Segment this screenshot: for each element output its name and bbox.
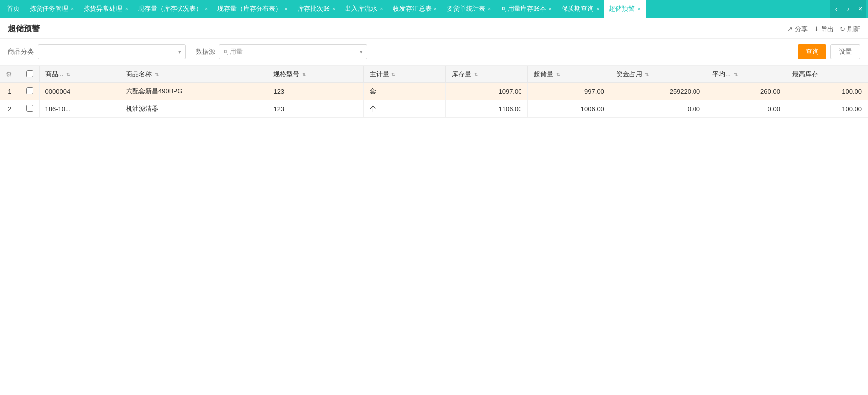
sort-icon: ⇅ [645, 72, 649, 77]
th-product-code[interactable]: 商品... ⇅ [39, 66, 120, 83]
td-max-stock: 100.00 [786, 83, 868, 100]
nav-arrow-left[interactable]: ‹ [830, 0, 842, 18]
row-checkbox[interactable] [26, 105, 33, 112]
nav-tab-picking-exception[interactable]: 拣货异常处理 × [79, 0, 132, 18]
share-icon: ↗ [787, 25, 793, 33]
close-icon[interactable]: × [434, 6, 437, 12]
datasource-select[interactable]: 可用量 ▾ [219, 44, 367, 59]
table-container: ⚙ 商品... ⇅ 商品名称 ⇅ 规格型号 ⇅ [0, 66, 868, 118]
close-icon[interactable]: × [637, 6, 640, 12]
page-content: 超储预警 ↗ 分享 ⤓ 导出 ↻ 刷新 商品分类 ▾ 数据源 [0, 18, 868, 395]
td-avg: 0.00 [706, 100, 786, 118]
settings-button[interactable]: 设置 [830, 44, 860, 59]
sort-icon: ⇅ [734, 72, 738, 77]
th-check [20, 66, 39, 83]
nav-tab-batch-account[interactable]: 库存批次账 × [293, 0, 340, 18]
refresh-icon: ↻ [840, 25, 845, 33]
export-icon: ⤓ [814, 25, 819, 33]
sort-icon: ⇅ [66, 72, 70, 77]
category-filter-group: 商品分类 ▾ [8, 44, 186, 59]
filter-bar: 商品分类 ▾ 数据源 可用量 ▾ 查询 设置 [0, 39, 868, 66]
category-label: 商品分类 [8, 47, 34, 56]
td-spec: 123 [267, 100, 363, 118]
th-avg[interactable]: 平均... ⇅ [706, 66, 786, 83]
close-icon[interactable]: × [125, 6, 128, 12]
header-actions: ↗ 分享 ⤓ 导出 ↻ 刷新 [787, 25, 860, 34]
nav-tab-collect-summary[interactable]: 收发存汇总表 × [388, 0, 442, 18]
td-over-stock: 1006.00 [528, 100, 610, 118]
td-stock: 1106.00 [446, 100, 528, 118]
sort-icon: ⇅ [155, 72, 159, 77]
chevron-down-icon: ▾ [360, 49, 363, 55]
nav-tab-order-stats[interactable]: 要货单统计表 × [442, 0, 496, 18]
td-product-code: 186-10... [39, 100, 120, 118]
datasource-select-text: 可用量 [223, 47, 243, 56]
settings-icon[interactable]: ⚙ [6, 70, 12, 78]
th-settings: ⚙ [0, 66, 20, 83]
td-row-num: 1 [0, 83, 20, 100]
sort-icon: ⇅ [391, 72, 395, 77]
export-button[interactable]: ⤓ 导出 [814, 25, 834, 34]
td-product-code: 0000004 [39, 83, 120, 100]
close-icon[interactable]: × [71, 6, 74, 12]
nav-tab-overstock-warning[interactable]: 超储预警 × [604, 0, 645, 18]
td-unit: 个 [363, 100, 445, 118]
share-button[interactable]: ↗ 分享 [787, 25, 808, 34]
nav-tab-picking-task[interactable]: 拣货任务管理 × [25, 0, 79, 18]
table-header-row: ⚙ 商品... ⇅ 商品名称 ⇅ 规格型号 ⇅ [0, 66, 868, 83]
sort-icon: ⇅ [474, 72, 478, 77]
close-icon[interactable]: × [284, 6, 287, 12]
nav-tab-inventory-dist[interactable]: 现存量（库存分布表） × [213, 0, 292, 18]
filter-actions: 查询 设置 [798, 44, 860, 59]
select-all-checkbox[interactable] [26, 70, 33, 77]
td-check [20, 83, 39, 100]
td-check [20, 100, 39, 118]
th-max-stock[interactable]: 最高库存 [786, 66, 868, 83]
close-icon[interactable]: × [549, 6, 552, 12]
nav-tab-expiry-query[interactable]: 保质期查询 × [557, 0, 604, 18]
nav-arrow-right[interactable]: › [842, 0, 854, 18]
close-icon[interactable]: × [380, 6, 383, 12]
datasource-label: 数据源 [196, 47, 215, 56]
th-capital[interactable]: 资金占用 ⇅ [610, 66, 706, 83]
nav-arrow-close[interactable]: × [854, 0, 866, 18]
td-row-num: 2 [0, 100, 20, 118]
row-checkbox[interactable] [26, 87, 33, 94]
td-spec: 123 [267, 83, 363, 100]
nav-tab-inventory-status[interactable]: 现存量（库存状况表） × [133, 0, 213, 18]
nav-tab-home[interactable]: 首页 [2, 0, 25, 18]
sort-icon: ⇅ [556, 72, 560, 77]
sort-icon: ⇅ [302, 72, 306, 77]
table-row: 1 0000004 六配套新昌490BPG 123 套 1097.00 997.… [0, 83, 868, 100]
close-icon[interactable]: × [205, 6, 208, 12]
table-row: 2 186-10... 机油滤清器 123 个 1106.00 1006.00 … [0, 100, 868, 118]
datasource-filter-group: 数据源 可用量 ▾ [196, 44, 367, 59]
td-product-name: 机油滤清器 [120, 100, 267, 118]
category-select[interactable]: ▾ [38, 44, 186, 59]
td-capital: 0.00 [610, 100, 706, 118]
nav-tab-available-account[interactable]: 可用量库存账本 × [496, 0, 557, 18]
query-button[interactable]: 查询 [798, 44, 826, 59]
td-stock: 1097.00 [446, 83, 528, 100]
chevron-down-icon: ▾ [178, 49, 181, 55]
td-capital: 259220.00 [610, 83, 706, 100]
th-spec[interactable]: 规格型号 ⇅ [267, 66, 363, 83]
close-icon[interactable]: × [488, 6, 491, 12]
close-icon[interactable]: × [332, 6, 335, 12]
th-unit[interactable]: 主计量 ⇅ [363, 66, 445, 83]
th-product-name[interactable]: 商品名称 ⇅ [120, 66, 267, 83]
data-table: ⚙ 商品... ⇅ 商品名称 ⇅ 规格型号 ⇅ [0, 66, 868, 118]
page-title: 超储预警 [8, 24, 40, 34]
close-icon[interactable]: × [596, 6, 599, 12]
th-stock[interactable]: 库存量 ⇅ [446, 66, 528, 83]
td-unit: 套 [363, 83, 445, 100]
td-over-stock: 997.00 [528, 83, 610, 100]
td-max-stock: 100.00 [786, 100, 868, 118]
refresh-button[interactable]: ↻ 刷新 [840, 25, 860, 34]
nav-arrows: ‹ › × [830, 0, 866, 18]
td-product-name: 六配套新昌490BPG [120, 83, 267, 100]
page-header: 超储预警 ↗ 分享 ⤓ 导出 ↻ 刷新 [0, 18, 868, 39]
top-navigation: 首页 拣货任务管理 × 拣货异常处理 × 现存量（库存状况表） × 现存量（库存… [0, 0, 868, 18]
nav-tab-inout-flow[interactable]: 出入库流水 × [340, 0, 388, 18]
th-over-stock[interactable]: 超储量 ⇅ [528, 66, 610, 83]
